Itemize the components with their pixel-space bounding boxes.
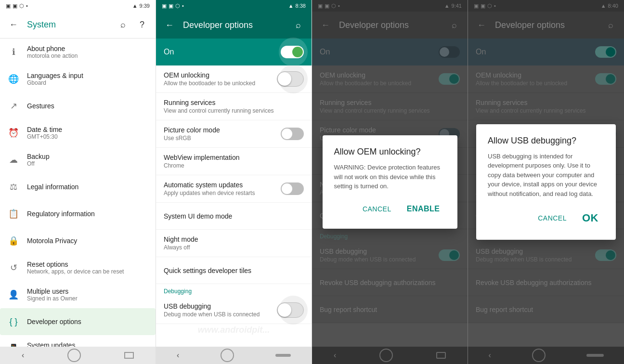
language-icon: 🌐 <box>8 73 19 85</box>
panel-developer-options: ▣ ▣ ⬡ • ▲ 8:38 ← Developer options ⌕ On … <box>156 0 312 364</box>
settings-quick-tiles[interactable]: Quick settings developer tiles <box>156 257 312 284</box>
night-sub: Always off <box>164 244 304 251</box>
demo-title: System UI demo mode <box>164 212 304 220</box>
sidebar-label-gestures: Gestures <box>27 102 54 110</box>
p-2-icon: ⬡ <box>175 3 180 9</box>
time-2: 8:38 <box>296 3 306 9</box>
settings-picture-color[interactable]: Picture color mode Use sRGB <box>156 120 312 148</box>
settings-auto-updates[interactable]: Automatic system updates Apply updates w… <box>156 175 312 203</box>
auto-updates-sub: Apply updates when device restarts <box>164 190 281 196</box>
sidebar-sub-reset: Network, apps, or device can be reset <box>27 268 124 275</box>
appbar-system: ← System ⌕ ? <box>0 12 156 39</box>
running-sub: View and control currently running servi… <box>164 107 304 114</box>
webview-title: WebView implementation <box>164 154 304 161</box>
settings-oem-unlocking[interactable]: OEM unlocking Allow the bootloader to be… <box>156 65 312 93</box>
oem-dialog-body: WARNING: Device protection features will… <box>334 163 446 191</box>
usb-dialog-title: Allow USB debugging? <box>488 136 604 146</box>
sidebar-label-updates: System updates <box>27 341 81 347</box>
privacy-icon: 🔒 <box>8 235 19 247</box>
sidebar-item-about[interactable]: ℹ About phone motorola one action <box>0 39 156 65</box>
sidebar-item-updates[interactable]: 📱 System updates Updated to Android 9 <box>0 335 156 347</box>
usb-dialog: Allow USB debugging? USB debugging is in… <box>476 124 616 240</box>
settings-webview[interactable]: WebView implementation Chrome <box>156 148 312 175</box>
usb-debug-sub: Debug mode when USB is connected <box>164 311 277 318</box>
usb-debug-title: USB debugging <box>164 302 277 310</box>
back-button-2[interactable]: ← <box>164 19 175 31</box>
auto-updates-title: Automatic system updates <box>164 181 281 189</box>
picture-sub: Use sRGB <box>164 135 281 142</box>
appbar-title-1: System <box>27 20 109 30</box>
usb-dialog-overlay: Allow USB debugging? USB debugging is in… <box>468 0 624 364</box>
sidebar-label-users: Multiple users <box>27 287 78 295</box>
usb-cancel-button[interactable]: Cancel <box>532 208 572 228</box>
usb-toggle[interactable] <box>277 302 304 318</box>
oem-toggle[interactable] <box>277 71 304 87</box>
sidebar-label-datetime: Date & time <box>27 126 62 133</box>
sidebar-label-about: About phone <box>27 45 78 52</box>
wifi-icon: ▲ <box>132 3 138 9</box>
dev-on-bar: On <box>156 39 312 65</box>
appbar-developer: ← Developer options ⌕ <box>156 12 312 39</box>
on-label: On <box>164 48 174 56</box>
oem-enable-button[interactable]: Enable <box>401 201 446 217</box>
status-bar-1: ▣ ▣ ⬡ • ▲ 9:39 <box>0 0 156 12</box>
nav-home-2[interactable] <box>221 349 234 362</box>
main-toggle[interactable] <box>281 46 304 58</box>
oem-cancel-button[interactable]: Cancel <box>357 201 397 217</box>
sidebar-item-reset[interactable]: ↺ Reset options Network, apps, or device… <box>0 254 156 281</box>
sidebar-item-backup[interactable]: ☁ Backup Off <box>0 146 156 173</box>
sim-icon-2: ▣ <box>13 3 17 9</box>
webview-sub: Chrome <box>164 162 304 169</box>
sidebar-item-privacy[interactable]: 🔒 Motorola Privacy <box>0 227 156 254</box>
sidebar-item-regulatory[interactable]: 📋 Regulatory information <box>0 200 156 227</box>
usb-dialog-actions: Cancel OK <box>488 208 604 228</box>
nav-recent-1[interactable] <box>124 352 134 359</box>
backup-icon: ☁ <box>8 154 19 166</box>
settings-usb-debug[interactable]: USB debugging Debug mode when USB is con… <box>156 297 312 324</box>
sidebar-item-datetime[interactable]: ⏰ Date & time GMT+05:30 <box>0 119 156 146</box>
regulatory-icon: 📋 <box>8 208 19 220</box>
reset-icon: ↺ <box>8 262 19 273</box>
sidebar-sub-users: Signed in as Owner <box>27 295 78 302</box>
usb-ok-button[interactable]: OK <box>576 208 604 228</box>
dot-2-icon: • <box>182 3 184 9</box>
sidebar-item-gestures[interactable]: ↗ Gestures <box>0 92 156 119</box>
nav-back-2[interactable]: ‹ <box>177 351 179 360</box>
sidebar-item-legal[interactable]: ⚖ Legal information <box>0 173 156 200</box>
sidebar-label-developer: Developer options <box>27 318 81 325</box>
settings-night-mode[interactable]: Night mode Always off <box>156 230 312 257</box>
oem-dialog-title: Allow OEM unlocking? <box>334 147 446 157</box>
sidebar-label-legal: Legal information <box>27 183 78 191</box>
panel-oem-dialog: ▣ ▣ ⬡ • ▲ 9:41 ← Developer options ⌕ On … <box>312 0 468 364</box>
time-1: 9:39 <box>140 3 150 9</box>
dev-settings-list: OEM unlocking Allow the bootloader to be… <box>156 65 312 347</box>
settings-running-services[interactable]: Running services View and control curren… <box>156 93 312 120</box>
sidebar-list: ℹ About phone motorola one action 🌐 Lang… <box>0 39 156 347</box>
back-button-1[interactable]: ← <box>8 19 19 31</box>
status-bar-2: ▣ ▣ ⬡ • ▲ 8:38 <box>156 0 312 12</box>
auto-updates-toggle[interactable] <box>281 182 304 195</box>
info-icon: ℹ <box>8 46 19 58</box>
sidebar-label-privacy: Motorola Privacy <box>27 237 77 245</box>
picture-toggle[interactable] <box>281 128 304 140</box>
nav-recent-2[interactable] <box>275 354 291 357</box>
quick-tiles-title: Quick settings developer tiles <box>164 267 304 274</box>
p-icon: ⬡ <box>19 3 24 9</box>
sidebar-sub-about: motorola one action <box>27 52 78 59</box>
help-button-1[interactable]: ? <box>136 19 148 31</box>
sidebar-item-users[interactable]: 👤 Multiple users Signed in as Owner <box>0 281 156 308</box>
settings-demo-mode[interactable]: System UI demo mode <box>156 203 312 230</box>
sidebar-label-language: Languages & input <box>27 72 83 79</box>
search-button-2[interactable]: ⌕ <box>292 19 304 31</box>
sidebar-sub-language: Gboard <box>27 79 83 86</box>
sim-icon: ▣ <box>6 3 11 9</box>
legal-icon: ⚖ <box>8 181 19 193</box>
nav-home-1[interactable] <box>67 349 81 362</box>
oem-dialog-actions: Cancel Enable <box>334 201 446 217</box>
sidebar-item-language[interactable]: 🌐 Languages & input Gboard <box>0 65 156 92</box>
nav-back-1[interactable]: ‹ <box>22 351 24 360</box>
sidebar-item-developer[interactable]: { } Developer options <box>0 308 156 335</box>
search-button-1[interactable]: ⌕ <box>117 19 129 31</box>
night-title: Night mode <box>164 235 304 243</box>
updates-icon: 📱 <box>8 343 19 347</box>
